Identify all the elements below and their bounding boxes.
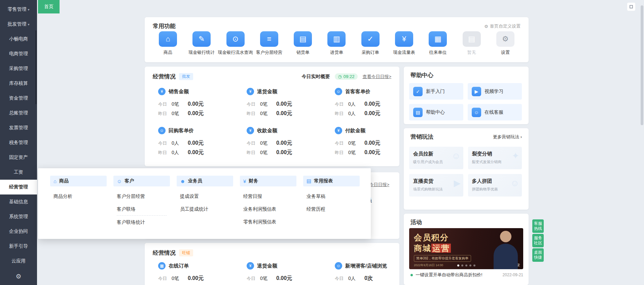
tab-service-hotline[interactable]: 客服热线 bbox=[532, 219, 544, 233]
carousel-dot[interactable] bbox=[465, 264, 467, 266]
sidebar-item-ecommerce[interactable]: 电商管理 bbox=[0, 46, 37, 61]
menu-item-employee-commission-stats[interactable]: 员工提成统计 bbox=[180, 203, 230, 215]
marketing-tile-title: 直播卖货 bbox=[413, 178, 459, 184]
quick-item-business-partners[interactable]: ▦ 往来单位 bbox=[422, 31, 454, 56]
menu-item-product-analysis[interactable]: 商品分析 bbox=[53, 190, 103, 203]
metric-amount: 0.00元 bbox=[364, 99, 380, 108]
daily-report-link-fragment[interactable]: 今日日报> bbox=[369, 182, 389, 188]
more-marketing-link[interactable]: 更多营销玩法 › bbox=[493, 134, 522, 140]
metric-row-label: 今日 bbox=[158, 100, 168, 109]
sidebar-item-inventory[interactable]: 库存核算 bbox=[0, 76, 37, 91]
quick-item-sales-order[interactable]: ▤ 销货单 bbox=[287, 31, 319, 56]
quick-item-cash-bank-stats[interactable]: ✎ 现金银行统计 bbox=[185, 31, 218, 56]
sidebar-item-tax[interactable]: 税务管理 bbox=[0, 135, 37, 150]
fullscreen-icon[interactable] bbox=[627, 3, 635, 11]
business-management-flyout-menu: ⌂ 商品 商品分析 ☺ 客户 客户分层经营 客户联络 客户联络统计 ☻ 业务员 … bbox=[38, 168, 371, 239]
menu-item-business-history[interactable]: 经营历程 bbox=[307, 203, 356, 215]
carousel-dot[interactable] bbox=[473, 264, 475, 266]
home-customize-label: 首页自定义设置 bbox=[490, 23, 521, 29]
marketing-tile-desc: 裂变式发展分销商 bbox=[472, 159, 518, 165]
shop-badge: 旺铺 bbox=[179, 249, 193, 256]
home-customize-link[interactable]: ⚙ 首页自定义设置 bbox=[484, 23, 521, 29]
quick-item-settings[interactable]: ⚙ 设置 bbox=[489, 31, 522, 56]
sidebar-item-funds[interactable]: 资金管理 bbox=[0, 91, 37, 106]
quick-item-empty[interactable]: ▤ 暂无 bbox=[456, 31, 488, 56]
sidebar-item-wholesale[interactable]: 批发管理 ▾ bbox=[0, 17, 37, 32]
carousel-dot[interactable] bbox=[457, 264, 459, 266]
menu-item-daily-business-report[interactable]: 经营日报 bbox=[243, 190, 293, 203]
business-partners-icon: ▦ bbox=[429, 31, 447, 47]
sidebar-item-payroll[interactable]: 工资 bbox=[0, 165, 37, 180]
help-btn-help-center[interactable]: ▤ 帮助中心 bbox=[409, 104, 463, 120]
metric-name: 首客客单价 bbox=[345, 88, 370, 95]
flyout-col-title: 客户 bbox=[124, 178, 134, 184]
menu-item-business-draft[interactable]: 业务草稿 bbox=[307, 190, 356, 203]
help-btn-beginner[interactable]: ✓ 新手入门 bbox=[409, 83, 463, 100]
sidebar-item-invoice[interactable]: 发票管理 bbox=[0, 120, 37, 135]
metric-amount: 0次 bbox=[364, 274, 373, 283]
quick-item-label: 暂无 bbox=[467, 49, 476, 56]
procurement-order-icon: ✓ bbox=[361, 31, 380, 47]
daily-report-link[interactable]: 查看今日日报> bbox=[362, 74, 391, 80]
sidebar-item-general-ledger[interactable]: 总账管理 bbox=[0, 106, 37, 120]
quick-item-product[interactable]: ⌂ 商品 bbox=[152, 31, 184, 56]
banner-note: 简单3招，有效帮你提升老客复购率 bbox=[414, 255, 471, 262]
clock-icon: ◷ bbox=[338, 74, 342, 79]
bullet-dot-icon bbox=[410, 274, 413, 276]
fullscreen-glyph bbox=[630, 5, 633, 8]
tab-desktop-shortcut[interactable]: 桌面快捷 bbox=[532, 248, 544, 262]
sidebar-item-xiaochang-ecommerce[interactable]: 小畅电商 bbox=[0, 32, 37, 46]
chevron-down-icon: ▾ bbox=[28, 23, 29, 26]
marketing-tile-fission-distribution[interactable]: 裂变分销 裂变式发展分销商 ✦ bbox=[468, 147, 522, 169]
marketing-tile-member-acquisition[interactable]: 会员拉新 吸引用户成为会员 ☺ bbox=[409, 147, 463, 169]
metric-row-label: 今日 bbox=[335, 100, 345, 109]
marketing-tile-group-buying[interactable]: 多人拼团 拼团购物享优惠 ☺ bbox=[468, 174, 522, 197]
tab-home[interactable]: 首页 bbox=[38, 0, 60, 13]
quick-item-label: 销货单 bbox=[296, 49, 310, 56]
help-btn-video-learning[interactable]: ▶ 视频学习 bbox=[468, 83, 522, 100]
menu-item-business-profit-forecast[interactable]: 业务利润预估表 bbox=[243, 203, 293, 215]
carousel-dot[interactable] bbox=[461, 264, 463, 266]
chevron-down-icon: ▾ bbox=[28, 8, 29, 11]
metric-name: 新增潜客/店铺浏览 bbox=[345, 263, 387, 269]
salesperson-icon: ☻ bbox=[180, 178, 185, 184]
time-badge: ◷ 09:22 bbox=[335, 73, 358, 80]
sidebar-item-label: 工资 bbox=[14, 169, 23, 175]
carousel-dot[interactable] bbox=[469, 264, 471, 266]
sidebar-item-basic-info[interactable]: 基础信息 bbox=[0, 194, 37, 209]
menu-item-retail-profit-forecast[interactable]: 零售利润预估表 bbox=[243, 215, 293, 228]
quick-item-cash-flow-statement[interactable]: ¥ 现金流量表 bbox=[388, 31, 420, 56]
sidebar-item-enterprise-collab[interactable]: 企业协同 bbox=[0, 224, 37, 239]
menu-item-commission-settings[interactable]: 提成设置 bbox=[180, 190, 230, 203]
sidebar-item-label: 固定资产 bbox=[9, 154, 28, 161]
quick-item-cash-bank-flow-query[interactable]: ⊙ 现金银行流水查询 bbox=[219, 31, 252, 56]
cash-bank-stats-icon: ✎ bbox=[192, 31, 211, 47]
quick-item-procurement-order[interactable]: ✓ 采购订单 bbox=[354, 31, 387, 56]
menu-item-customer-tier[interactable]: 客户分层经营 bbox=[117, 190, 167, 203]
sidebar-item-cloud-apps[interactable]: 云应用 bbox=[0, 254, 37, 269]
sidebar-item-retail[interactable]: 零售管理 ▾ bbox=[0, 2, 37, 17]
sidebar-item-fixed-assets[interactable]: 固定资产 bbox=[0, 150, 37, 165]
quick-item-purchase-order[interactable]: ▥ 进货单 bbox=[320, 31, 353, 56]
help-btn-online-service[interactable]: ☺ 在线客服 bbox=[468, 104, 522, 120]
activity-news-item[interactable]: 一键设置开单自动带出商品折扣价! 2022-09-21 bbox=[410, 272, 523, 278]
promo-banner[interactable]: 会员积分 商城运营 简单3招，有效帮你提升老客复购率 2022年9月16日 14… bbox=[409, 228, 523, 269]
marketing-tile-live-selling[interactable]: 直播卖货 场景式购物新玩法 ▶ bbox=[409, 174, 463, 197]
product-icon: ⌂ bbox=[53, 178, 57, 184]
quick-item-customer-tier[interactable]: ≡ 客户分层经营 bbox=[253, 31, 285, 56]
marketing-tile-title: 裂变分销 bbox=[472, 151, 518, 157]
sidebar-scrollbar[interactable] bbox=[35, 30, 37, 104]
menu-item-customer-contact[interactable]: 客户联络 bbox=[117, 203, 167, 216]
sidebar-item-business-management[interactable]: 经营管理 bbox=[0, 180, 37, 194]
sidebar-item-procurement[interactable]: 采购管理 bbox=[0, 61, 37, 76]
tab-service-community[interactable]: 服务社区 bbox=[532, 234, 544, 247]
page-scrollbar[interactable] bbox=[641, 5, 643, 125]
flyout-col-common-reports: ▤ 常用报表 业务草稿 经营历程 bbox=[303, 176, 360, 239]
report-icon: ▤ bbox=[307, 178, 311, 184]
sidebar-item-beginner-guide[interactable]: 新手引导 bbox=[0, 239, 37, 254]
card-title: 经营情况 bbox=[153, 73, 176, 80]
settings-gear-icon[interactable]: ⚙ bbox=[0, 270, 37, 283]
sidebar-item-system[interactable]: 系统管理 bbox=[0, 209, 37, 224]
metric-amount: 0.00元 bbox=[276, 138, 292, 147]
menu-item-customer-contact-stats[interactable]: 客户联络统计 bbox=[117, 216, 167, 228]
